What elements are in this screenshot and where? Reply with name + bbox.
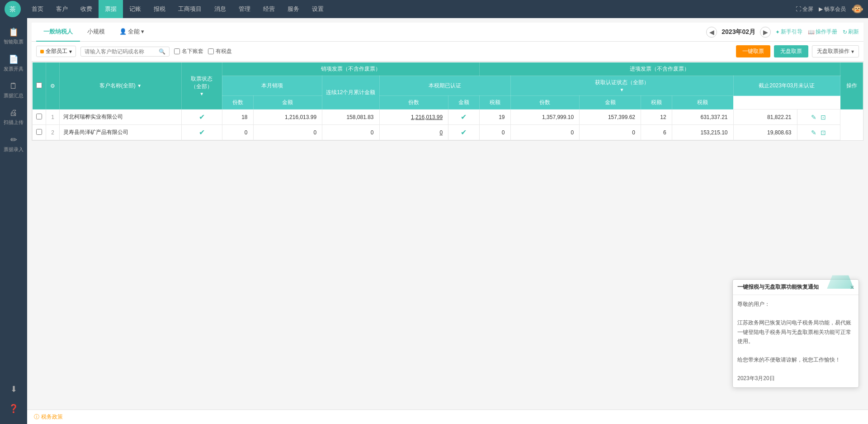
app-logo[interactable]: 茶 [5, 1, 21, 17]
row-checkbox[interactable] [36, 129, 42, 135]
th-uncert-count: 份数 [510, 96, 580, 110]
sidebar-item-scan-upload[interactable]: 🖨 扫描上传 [0, 104, 27, 130]
tab-all[interactable]: 👤 全能 ▾ [112, 23, 151, 42]
chevron-down-icon: ▾ [141, 22, 144, 41]
issue-invoice-icon: 📄 [9, 54, 19, 64]
manual-icon: 📖 [808, 29, 815, 35]
nav-right: ⛶ 全屏 ▶ 畅享会员 🐵 [796, 3, 863, 15]
filter-icon[interactable]: ▼ [137, 83, 142, 88]
sidebar-item-smart-collect[interactable]: 📋 智能取票 [0, 23, 27, 50]
th-retrieve-status: 取票状态（全部） ▼ [181, 62, 222, 110]
nav-tax[interactable]: 报税 [147, 0, 172, 18]
config-icon[interactable]: ⚙ [50, 83, 55, 89]
nav-billing[interactable]: 收费 [74, 0, 99, 18]
select-all-checkbox[interactable] [36, 82, 42, 88]
sidebar-help[interactable]: ❓ [0, 400, 27, 417]
th-uncert-tax: 税额 [641, 96, 672, 110]
nav-message[interactable]: 消息 [208, 0, 232, 18]
refresh-link[interactable]: ↻ 刷新 [843, 28, 859, 36]
nav-service[interactable]: 服务 [281, 0, 306, 18]
has-tax-disc-filter[interactable]: 有税盘 [208, 48, 232, 55]
chevron-down-icon: ▾ [851, 48, 854, 55]
fullscreen-icon: ⛶ [796, 6, 801, 12]
row-checkbox-cell [33, 125, 46, 140]
tabs-bar: 一般纳税人 小规模 👤 全能 ▾ ◀ 2023年02月 ▶ ✦ 新手引导 📖 操… [32, 23, 863, 42]
row-sales-count: 18 [222, 110, 253, 125]
sidebar-item-issue-invoice[interactable]: 📄 发票开具 [0, 50, 27, 77]
view-button[interactable]: ⊡ [821, 114, 826, 121]
invoice-summary-icon: 🗒 [9, 81, 18, 91]
popup-title: 一键报税与无盘取票功能恢复通知 [737, 283, 819, 291]
nav-invoice[interactable]: 票据 [99, 0, 123, 18]
view-button[interactable]: ⊡ [821, 129, 826, 136]
sidebar-item-data-entry[interactable]: ✏ 票据录入 [0, 130, 27, 157]
row-checkbox-cell [33, 110, 46, 125]
cert-status-icon: ✔ [461, 113, 467, 121]
filter-bar: 全部员工 ▾ 🔍 名下账套 有税盘 一键取票 无盘取票 无盘取票操作 ▾ [32, 42, 863, 62]
sidebar-download[interactable]: ⬇ [0, 381, 27, 398]
edit-button[interactable]: ✎ [811, 129, 816, 136]
row-purchase-cert-tax: 157,399.62 [580, 110, 641, 125]
row-uncert-amount: 631,337.21 [672, 110, 733, 125]
has-tax-disc-checkbox[interactable] [208, 48, 214, 54]
nav-operation[interactable]: 经营 [257, 0, 281, 18]
nav-settings[interactable]: 设置 [306, 0, 330, 18]
no-disc-ops-button[interactable]: 无盘取票操作 ▾ [812, 45, 859, 57]
th-certified-period: 本税期已认证 [379, 76, 510, 96]
next-month-button[interactable]: ▶ [760, 27, 771, 38]
th-purchase-cert-tax: 税额 [479, 96, 510, 110]
row-uncert-tax: 19,808.63 [733, 125, 797, 140]
bottom-bar: ⓘ 税务政策 [27, 410, 868, 424]
manual-link[interactable]: 📖 操作手册 [808, 28, 837, 36]
popup-content: 尊敬的用户：江苏政务网已恢复访问电子税务局功能，易代账一键登陆电子税务局与无盘取… [737, 300, 854, 383]
person-icon: 👤 [119, 22, 127, 41]
user-avatar[interactable]: 🐵 [851, 3, 863, 15]
th-uncertified-march: 截止2023年03月未认证 [733, 76, 840, 96]
tax-policy-link[interactable]: ⓘ 税务政策 [34, 413, 63, 421]
nav-accounting[interactable]: 记账 [123, 0, 147, 18]
no-disc-collect-button[interactable]: 无盘取票 [774, 45, 808, 57]
employee-label: 全部员工 [46, 48, 67, 55]
row-uncert-amount: 153,215.10 [672, 125, 733, 140]
tab-small-scale[interactable]: 小规模 [80, 23, 112, 42]
member-button[interactable]: ▶ 畅享会员 [819, 5, 846, 13]
nav-customer[interactable]: 客户 [50, 0, 74, 18]
sidebar-item-invoice-summary[interactable]: 🗒 票据汇总 [0, 77, 27, 104]
check-account-checkbox[interactable] [174, 48, 180, 54]
search-input[interactable] [85, 48, 157, 55]
fullscreen-button[interactable]: ⛶ 全屏 [796, 5, 813, 13]
data-entry-icon: ✏ [10, 135, 17, 145]
nav-business[interactable]: 工商项目 [172, 0, 208, 18]
row-cert-status: ✔ [448, 110, 480, 125]
consecutive-12-link[interactable]: 1,216,013.99 [411, 114, 443, 120]
info-icon: ⓘ [34, 413, 39, 421]
edit-button[interactable]: ✎ [811, 114, 816, 121]
cert-status-filter[interactable]: ▼ [620, 87, 624, 92]
row-sales-tax: 0 [322, 125, 379, 140]
consecutive-12-link[interactable]: 0 [439, 129, 443, 136]
sidebar: 📋 智能取票 📄 发票开具 🗒 票据汇总 🖨 扫描上传 ✏ 票据录入 ⬇ ❓ [0, 18, 27, 424]
retrieve-filter-icon[interactable]: ▼ [199, 91, 204, 96]
tabs-nav-center: ◀ 2023年02月 ▶ [706, 27, 771, 38]
row-sales-amount: 0 [253, 125, 322, 140]
chevron-down-icon: ▾ [69, 48, 72, 55]
row-checkbox[interactable] [36, 114, 42, 119]
row-purchase-cert-amount: 1,357,999.10 [510, 110, 580, 125]
th-purchase-cert-amount: 金额 [448, 96, 480, 110]
table-row: 1 河北柯瑞桦实业有限公司 ✔ 18 1,216,013.99 158,081.… [33, 110, 863, 125]
tab-general-taxpayer[interactable]: 一般纳税人 [36, 23, 80, 42]
th-consecutive-12: 连续12个月累计金额 [322, 76, 379, 110]
nav-home[interactable]: 首页 [25, 0, 50, 18]
employee-selector[interactable]: 全部员工 ▾ [36, 46, 76, 57]
play-icon: ▶ [819, 6, 823, 12]
row-actions-cell: ✎ ⊡ [797, 125, 840, 140]
row-sales-tax: 158,081.83 [322, 110, 379, 125]
prev-month-button[interactable]: ◀ [706, 27, 717, 38]
one-click-collect-button[interactable]: 一键取票 [736, 45, 770, 57]
check-account-filter[interactable]: 名下账套 [174, 48, 203, 55]
new-guide-link[interactable]: ✦ 新手引导 [775, 28, 802, 36]
row-consecutive-12: 0 [379, 125, 448, 140]
search-icon[interactable]: 🔍 [159, 48, 165, 55]
nav-manage[interactable]: 管理 [232, 0, 257, 18]
popup-body: 尊敬的用户：江苏政务网已恢复访问电子税务局功能，易代账一键登陆电子税务局与无盘取… [733, 295, 859, 387]
